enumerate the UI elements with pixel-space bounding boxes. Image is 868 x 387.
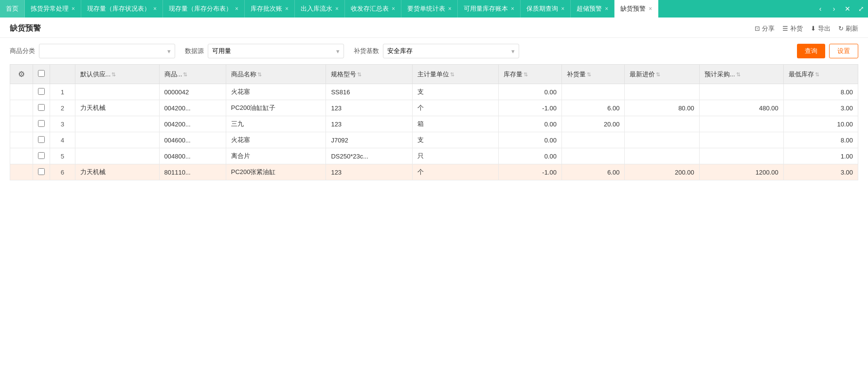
th-stock-qty: 库存量⇅ [499, 65, 562, 84]
row-replenish-1 [561, 84, 625, 100]
query-button[interactable]: 查询 [797, 44, 825, 58]
th-replenish-qty: 补货量⇅ [561, 65, 625, 84]
tab-inventory-dist[interactable]: 现存量（库存分布表） × [163, 0, 245, 18]
th-latest-price: 最新进价⇅ [625, 65, 699, 84]
row-unit-5: 只 [413, 148, 499, 164]
datasource-arrow-icon: ▾ [336, 48, 340, 55]
row-gear-cell [10, 100, 33, 116]
sort-estimated-icon[interactable]: ⇅ [736, 71, 741, 77]
row-price-1 [625, 84, 699, 100]
row-gear-cell [10, 116, 33, 132]
close-tab-overstock[interactable]: × [605, 5, 608, 12]
tab-available-ledger[interactable]: 可用量库存账本 × [458, 0, 521, 18]
tab-prev-btn[interactable]: ‹ [814, 0, 827, 18]
tab-home[interactable]: 首页 [0, 0, 25, 18]
sort-spec-icon[interactable]: ⇅ [357, 71, 362, 77]
row-estimated-6: 1200.00 [699, 164, 783, 180]
close-tab-order-stats[interactable]: × [448, 5, 452, 12]
th-gear: ⚙ [10, 65, 33, 84]
row-checkbox-4[interactable] [38, 136, 45, 143]
row-code-1: 0000042 [159, 84, 226, 100]
close-tab-batch-account[interactable]: × [285, 5, 289, 12]
row-supplier-5 [75, 148, 159, 164]
sort-min-stock-icon[interactable]: ⇅ [815, 71, 819, 77]
row-checkbox-1[interactable] [38, 88, 45, 95]
row-gear-cell [10, 164, 33, 180]
main-content: 缺货预警 ⊡ 分享 ☰ 补货 ⬇ 导出 ↻ 刷新 商品分类 [0, 18, 868, 387]
tab-close-btn[interactable]: ✕ [841, 0, 854, 18]
tab-expand-btn[interactable]: ⤢ [854, 0, 868, 18]
row-checkbox-cell [33, 116, 50, 132]
tab-next-btn[interactable]: › [827, 0, 841, 18]
row-replenish-6: 6.00 [561, 164, 625, 180]
export-icon: ⬇ [811, 25, 816, 32]
close-tab-shortage[interactable]: × [649, 5, 652, 12]
close-tab-expiry-query[interactable]: × [561, 5, 564, 12]
close-tab-inventory-dist[interactable]: × [235, 5, 238, 12]
row-name-1: 火花塞 [226, 84, 326, 100]
row-estimated-3 [699, 116, 783, 132]
tab-shortage[interactable]: 缺货预警 × [615, 0, 658, 18]
row-index-3: 3 [50, 116, 75, 132]
row-min-stock-3: 10.00 [783, 116, 858, 132]
row-spec-4: J7092 [326, 132, 413, 148]
tab-exception[interactable]: 拣货异常处理 × [25, 0, 81, 18]
select-all-checkbox[interactable] [38, 70, 45, 77]
settings-button[interactable]: 设置 [829, 44, 858, 58]
row-unit-6: 个 [413, 164, 499, 180]
gear-button[interactable]: ⚙ [15, 69, 28, 80]
datasource-filter-group: 数据源 可用量 ▾ [185, 44, 344, 58]
export-button[interactable]: ⬇ 导出 [811, 24, 831, 33]
replenish-button[interactable]: ☰ 补货 [782, 24, 803, 33]
close-tab-inout-flow[interactable]: × [335, 5, 339, 12]
row-min-stock-2: 3.00 [783, 100, 858, 116]
row-min-stock-1: 8.00 [783, 84, 858, 100]
close-tab-receive-summary[interactable]: × [392, 5, 395, 12]
replenish-base-label: 补货基数 [354, 47, 379, 55]
filter-bar: 商品分类 ▾ 数据源 可用量 ▾ 补货基数 安全库存 ▾ 查询 设置 [0, 38, 868, 64]
row-checkbox-5[interactable] [38, 152, 45, 159]
sort-unit-icon[interactable]: ⇅ [450, 71, 454, 77]
share-button[interactable]: ⊡ 分享 [755, 24, 775, 33]
row-stock-3: 0.00 [499, 116, 562, 132]
table-container: ⚙ 默认供应...⇅ 商品...⇅ 商品名称⇅ [0, 64, 868, 180]
tab-order-stats[interactable]: 要货单统计表 × [401, 0, 458, 18]
category-select[interactable]: ▾ [39, 44, 175, 58]
sort-stock-icon[interactable]: ⇅ [524, 71, 528, 77]
row-name-4: 火花塞 [226, 132, 326, 148]
tab-inventory-status[interactable]: 现存量（库存状况表） × [81, 0, 163, 18]
row-price-3 [625, 116, 699, 132]
sort-supplier-icon[interactable]: ⇅ [111, 71, 116, 77]
sort-name-icon[interactable]: ⇅ [257, 71, 262, 77]
tab-receive-summary[interactable]: 收发存汇总表 × [345, 0, 401, 18]
close-tab-available-ledger[interactable]: × [511, 5, 514, 12]
row-code-6: 801110... [159, 164, 226, 180]
tab-overstock[interactable]: 超储预警 × [571, 0, 615, 18]
category-label: 商品分类 [10, 47, 35, 55]
tab-expiry-query[interactable]: 保质期查询 × [521, 0, 571, 18]
row-checkbox-cell [33, 132, 50, 148]
row-code-3: 004200... [159, 116, 226, 132]
close-tab-inventory-status[interactable]: × [153, 5, 157, 12]
row-checkbox-2[interactable] [38, 104, 45, 111]
sort-code-icon[interactable]: ⇅ [183, 71, 187, 77]
table-row: 1 0000042 火花塞 SS816 支 0.00 8.00 [10, 84, 858, 100]
tab-batch-account[interactable]: 库存批次账 × [245, 0, 295, 18]
sort-replenish-icon[interactable]: ⇅ [587, 71, 591, 77]
tab-inout-flow[interactable]: 出入库流水 × [295, 0, 345, 18]
row-price-4 [625, 132, 699, 148]
replenish-base-arrow-icon: ▾ [511, 48, 515, 55]
row-checkbox-3[interactable] [38, 120, 45, 127]
sort-price-icon[interactable]: ⇅ [656, 71, 660, 77]
refresh-button[interactable]: ↻ 刷新 [838, 24, 858, 33]
replenish-base-select[interactable]: 安全库存 ▾ [383, 44, 519, 58]
filter-actions: 查询 设置 [797, 44, 858, 58]
close-tab-exception[interactable]: × [72, 5, 75, 12]
row-stock-2: -1.00 [499, 100, 562, 116]
datasource-select[interactable]: 可用量 ▾ [208, 44, 344, 58]
row-price-6: 200.00 [625, 164, 699, 180]
th-unit: 主计量单位⇅ [413, 65, 499, 84]
th-estimated-purchase: 预计采购...⇅ [699, 65, 783, 84]
row-supplier-3 [75, 116, 159, 132]
row-checkbox-6[interactable] [38, 168, 45, 175]
